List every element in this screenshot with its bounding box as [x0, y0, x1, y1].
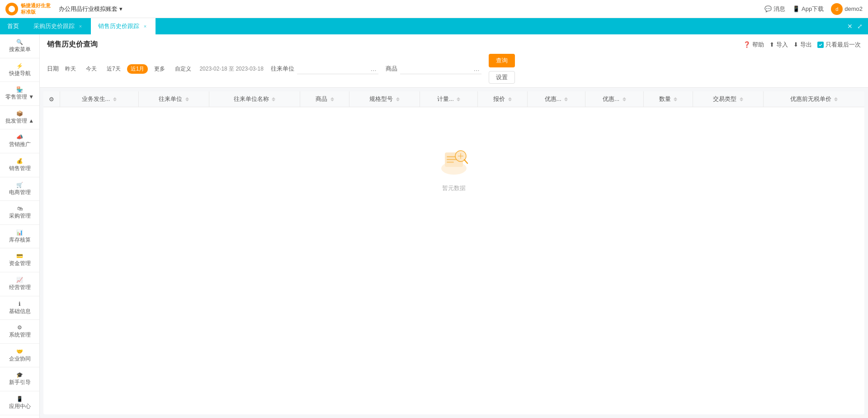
marketing-icon: 📣 [16, 134, 23, 140]
tab-sales-close[interactable]: × [142, 23, 148, 29]
import-icon: ⬆ [769, 41, 774, 48]
sidebar-label-enterprise: 企业协同 [9, 356, 31, 363]
sidebar-item-wechat[interactable]: 💬 企业微信 [0, 415, 39, 418]
th-qty[interactable]: 数量 [643, 91, 693, 107]
help-button[interactable]: ❓ 帮助 [743, 41, 764, 49]
enterprise-icon: 🤝 [16, 348, 23, 355]
tab-purchase[interactable]: 采购历史价跟踪 × [26, 18, 91, 34]
top-bar-right: 💬 消息 📱 App下载 d demo2 [764, 3, 863, 15]
sort-icon-biz-date [113, 97, 117, 101]
sidebar-item-sales[interactable]: 💰 销售管理 [0, 153, 39, 177]
inventory-icon: 📊 [16, 229, 23, 236]
sidebar-label-system: 系统管理 [9, 332, 31, 339]
sidebar-item-finance[interactable]: 💳 资金管理 [0, 248, 39, 272]
th-partner-code[interactable]: 往来单位 [139, 91, 209, 107]
purchase-icon: 🛍 [17, 205, 23, 212]
th-partner-name[interactable]: 往来单位名称 [209, 91, 300, 107]
wholesale-icon: 📦 [16, 110, 23, 117]
sidebar-label-wholesale: 批发管理 ▲ [5, 118, 34, 125]
th-spec[interactable]: 规格型号 [349, 91, 420, 107]
sidebar-item-newbie[interactable]: 🎓 新手引导 [0, 367, 39, 391]
sort-icon-partner-name [272, 97, 275, 101]
sort-icon-qty [674, 97, 677, 101]
sidebar-item-wholesale[interactable]: 📦 批发管理 ▲ [0, 106, 39, 130]
main-layout: 🔍 搜索菜单 ⚡ 快捷导航 🏪 零售管理 ▼ 📦 批发管理 ▲ 📣 营销推广 💰… [0, 34, 868, 418]
date-btn-1month[interactable]: 近1月 [127, 64, 148, 74]
th-biz-date[interactable]: 业务发生... [60, 91, 139, 107]
tab-sales-label: 销售历史价跟踪 [98, 22, 139, 30]
th-unit[interactable]: 计量... [420, 91, 478, 107]
sort-icon-product [330, 97, 334, 101]
sidebar-label-search: 搜索菜单 [9, 46, 31, 53]
partner-filter-group: 往来单位 ... [271, 64, 378, 74]
apps-icon: 📱 [16, 396, 23, 402]
empty-state: 暂元数据 [43, 107, 864, 228]
tab-bar-actions: ✕ ⤢ [845, 18, 868, 34]
checkbox-checked-icon [817, 42, 824, 48]
window-maximize-button[interactable]: ⤢ [855, 21, 864, 32]
svg-line-8 [464, 160, 467, 163]
finance-icon: 💳 [16, 253, 23, 259]
date-filter-label: 日期 [47, 65, 59, 73]
sidebar-label-apps: 应用中心 [9, 403, 31, 410]
product-input[interactable]: ... [400, 64, 481, 74]
query-button[interactable]: 查询 [489, 54, 515, 67]
app-download-button[interactable]: 📱 App下载 [793, 5, 824, 13]
partner-filter-label: 往来单位 [271, 65, 294, 73]
sidebar-label-marketing: 营销推广 [9, 141, 31, 148]
sidebar-item-enterprise[interactable]: 🤝 企业协同 [0, 344, 39, 368]
th-price[interactable]: 报价 [478, 91, 527, 107]
sidebar-item-apps[interactable]: 📱 应用中心 [0, 391, 39, 415]
sort-icon-trade-type [740, 97, 743, 101]
date-btn-more[interactable]: 更多 [151, 64, 169, 74]
window-close-button[interactable]: ✕ [845, 21, 854, 32]
sidebar-item-marketing[interactable]: 📣 营销推广 [0, 129, 39, 153]
company-selector[interactable]: 办公用品行业模拟账套 ▾ [55, 3, 126, 15]
date-btn-7days[interactable]: 近7天 [103, 64, 124, 74]
logo-area: 6 畅捷通好生意 标准版 [5, 3, 51, 15]
tab-purchase-close[interactable]: × [77, 23, 84, 29]
partner-input[interactable]: ... [297, 64, 378, 74]
message-button[interactable]: 💬 消息 [764, 5, 785, 13]
newbie-icon: 🎓 [16, 372, 23, 378]
sidebar-item-basics[interactable]: ℹ 基础信息 [0, 296, 39, 320]
th-discount2[interactable]: 优惠... [585, 91, 644, 107]
date-btn-today[interactable]: 今天 [82, 64, 100, 74]
sidebar-item-quick[interactable]: ⚡ 快捷导航 [0, 58, 39, 82]
sidebar-item-ecommerce[interactable]: 🛒 电商管理 [0, 177, 39, 201]
top-bar-left: 6 畅捷通好生意 标准版 办公用品行业模拟账套 ▾ [5, 3, 126, 15]
th-product[interactable]: 商品 [300, 91, 349, 107]
date-btn-yesterday[interactable]: 昨天 [61, 64, 80, 74]
th-gear[interactable]: ⚙ [43, 91, 60, 107]
only-last-checkbox[interactable]: 只看最后一次 [817, 41, 861, 49]
sidebar-item-inventory[interactable]: 📊 库存核算 [0, 225, 39, 249]
tab-home[interactable]: 首页 [0, 18, 26, 34]
sidebar-label-retail: 零售管理 ▼ [5, 94, 34, 101]
retail-icon: 🏪 [16, 86, 23, 93]
user-profile[interactable]: d demo2 [831, 3, 863, 15]
tab-sales[interactable]: 销售历史价跟踪 × [91, 18, 156, 34]
th-discount1[interactable]: 优惠... [527, 91, 585, 107]
sidebar-item-operations[interactable]: 📈 经营管理 [0, 272, 39, 296]
sidebar-item-purchase[interactable]: 🛍 采购管理 [0, 201, 39, 225]
svg-rect-6 [447, 162, 454, 163]
date-btn-custom[interactable]: 自定义 [171, 64, 195, 74]
sidebar-item-system[interactable]: ⚙ 系统管理 [0, 320, 39, 344]
page-header-actions: ❓ 帮助 ⬆ 导入 ⬇ 导出 只看最后一次 [743, 41, 861, 49]
sales-icon: 💰 [16, 158, 23, 164]
ecommerce-icon: 🛒 [16, 182, 23, 188]
export-button[interactable]: ⬇ 导出 [793, 41, 812, 49]
sidebar-label-operations: 经营管理 [9, 284, 31, 291]
sort-icon-spec [396, 97, 400, 101]
sort-icon-price [508, 97, 512, 101]
th-trade-type[interactable]: 交易类型 [693, 91, 763, 107]
sidebar-label-basics: 基础信息 [9, 308, 31, 315]
sidebar-item-retail[interactable]: 🏪 零售管理 ▼ [0, 82, 39, 106]
settings-button[interactable]: 设置 [489, 71, 515, 84]
import-button[interactable]: ⬆ 导入 [769, 41, 788, 49]
page-title: 销售历史价查询 [47, 40, 98, 49]
sidebar-item-search[interactable]: 🔍 搜索菜单 [0, 34, 39, 58]
message-icon: 💬 [764, 5, 772, 12]
sidebar-label-quick: 快捷导航 [9, 70, 31, 77]
th-pretax-price[interactable]: 优惠前无税单价 [763, 91, 864, 107]
